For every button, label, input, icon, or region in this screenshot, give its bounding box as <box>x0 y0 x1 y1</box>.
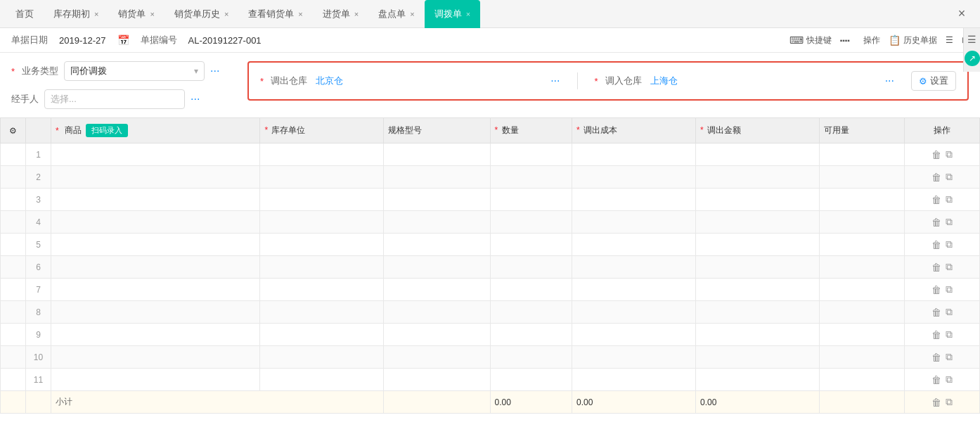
delete-icon[interactable]: 🗑 <box>931 239 941 250</box>
warehouse-in-more-button[interactable]: ··· <box>885 75 894 87</box>
row-qty-cell[interactable] <box>490 166 572 189</box>
copy-icon[interactable]: ⧉ <box>946 306 953 318</box>
agent-more-button[interactable]: ··· <box>191 93 200 106</box>
delete-icon[interactable]: 🗑 <box>931 307 941 318</box>
row-amount-cell[interactable] <box>696 256 820 279</box>
subtotal-delete-icon[interactable]: 🗑 <box>931 397 941 408</box>
copy-icon[interactable]: ⧉ <box>946 193 953 205</box>
row-qty-cell[interactable] <box>490 279 572 301</box>
tab-inventory-check-close[interactable]: × <box>410 10 414 18</box>
row-product-cell[interactable] <box>51 256 260 279</box>
copy-icon[interactable]: ⧉ <box>946 351 953 363</box>
row-unit-cell[interactable] <box>260 166 384 189</box>
row-unit-cell[interactable] <box>260 234 384 256</box>
row-unit-cell[interactable] <box>260 256 384 279</box>
row-unit-cell[interactable] <box>260 279 384 301</box>
row-unit-cell[interactable] <box>260 346 384 369</box>
row-amount-cell[interactable] <box>696 211 820 234</box>
copy-icon[interactable]: ⧉ <box>946 283 953 295</box>
row-unit-cell[interactable] <box>260 144 384 166</box>
row-spec-cell[interactable] <box>384 256 490 279</box>
row-qty-cell[interactable] <box>490 301 572 324</box>
tab-purchase-order[interactable]: 进货单 × <box>313 0 368 28</box>
row-spec-cell[interactable] <box>384 166 490 189</box>
row-unit-cell[interactable] <box>260 189 384 211</box>
delete-icon[interactable]: 🗑 <box>931 194 941 205</box>
row-product-cell[interactable] <box>51 211 260 234</box>
tab-view-sales-close[interactable]: × <box>298 10 302 18</box>
business-type-select[interactable]: 同价调拨 ▾ <box>64 61 205 81</box>
row-amount-cell[interactable] <box>696 166 820 189</box>
tab-sales-history[interactable]: 销货单历史 × <box>165 0 238 28</box>
row-qty-cell[interactable] <box>490 189 572 211</box>
copy-icon[interactable]: ⧉ <box>946 238 953 250</box>
delete-icon[interactable]: 🗑 <box>931 149 941 160</box>
copy-icon[interactable]: ⧉ <box>946 329 953 340</box>
row-cost-cell[interactable] <box>572 211 696 234</box>
row-cost-cell[interactable] <box>572 234 696 256</box>
delete-icon[interactable]: 🗑 <box>931 172 941 183</box>
row-cost-cell[interactable] <box>572 166 696 189</box>
row-cost-cell[interactable] <box>572 144 696 166</box>
row-cost-cell[interactable] <box>572 346 696 369</box>
delete-icon[interactable]: 🗑 <box>931 329 941 340</box>
tab-view-sales[interactable]: 查看销货单 × <box>238 0 312 28</box>
row-spec-cell[interactable] <box>384 189 490 211</box>
tab-purchase-order-close[interactable]: × <box>354 10 359 18</box>
tab-inventory-init[interactable]: 库存期初 × <box>44 0 108 28</box>
row-unit-cell[interactable] <box>260 369 384 391</box>
row-product-cell[interactable] <box>51 166 260 189</box>
row-product-cell[interactable] <box>51 189 260 211</box>
delete-icon[interactable]: 🗑 <box>931 352 941 363</box>
row-cost-cell[interactable] <box>572 256 696 279</box>
row-amount-cell[interactable] <box>696 234 820 256</box>
tab-home[interactable]: 首页 <box>6 0 44 28</box>
row-amount-cell[interactable] <box>696 324 820 346</box>
row-qty-cell[interactable] <box>490 256 572 279</box>
row-qty-cell[interactable] <box>490 346 572 369</box>
row-cost-cell[interactable] <box>572 279 696 301</box>
warehouse-out-more-button[interactable]: ··· <box>550 75 560 87</box>
settings-button[interactable]: ⚙ 设置 <box>911 71 956 91</box>
delete-icon[interactable]: 🗑 <box>931 284 941 295</box>
scan-button[interactable]: 扫码录入 <box>86 124 128 137</box>
row-spec-cell[interactable] <box>384 369 490 391</box>
tab-inventory-check[interactable]: 盘点单 × <box>368 0 424 28</box>
subtotal-copy-icon[interactable]: ⧉ <box>946 396 953 408</box>
row-spec-cell[interactable] <box>384 301 490 324</box>
layout-button[interactable]: ☰ <box>946 35 953 45</box>
window-close-button[interactable]: × <box>949 1 974 27</box>
row-product-cell[interactable] <box>51 346 260 369</box>
row-qty-cell[interactable] <box>490 234 572 256</box>
calendar-icon[interactable]: 📅 <box>117 34 129 46</box>
row-spec-cell[interactable] <box>384 279 490 301</box>
row-product-cell[interactable] <box>51 144 260 166</box>
row-amount-cell[interactable] <box>696 369 820 391</box>
copy-icon[interactable]: ⧉ <box>946 374 953 386</box>
row-product-cell[interactable] <box>51 324 260 346</box>
delete-icon[interactable]: 🗑 <box>931 217 941 228</box>
copy-icon[interactable]: ⧉ <box>946 216 953 228</box>
sidebar-link-icon[interactable]: ↗ <box>965 51 980 66</box>
row-amount-cell[interactable] <box>696 346 820 369</box>
copy-icon[interactable]: ⧉ <box>946 261 953 273</box>
tab-transfer-order[interactable]: 调拨单 × <box>425 0 480 28</box>
row-qty-cell[interactable] <box>490 324 572 346</box>
row-unit-cell[interactable] <box>260 211 384 234</box>
row-unit-cell[interactable] <box>260 301 384 324</box>
copy-icon[interactable]: ⧉ <box>946 171 953 183</box>
row-amount-cell[interactable] <box>696 144 820 166</box>
row-cost-cell[interactable] <box>572 369 696 391</box>
history-button[interactable]: 📋 历史单据 <box>889 34 937 46</box>
agent-select[interactable]: 选择... <box>44 89 185 109</box>
row-amount-cell[interactable] <box>696 279 820 301</box>
row-cost-cell[interactable] <box>572 324 696 346</box>
row-unit-cell[interactable] <box>260 324 384 346</box>
row-qty-cell[interactable] <box>490 144 572 166</box>
row-spec-cell[interactable] <box>384 144 490 166</box>
row-product-cell[interactable] <box>51 369 260 391</box>
shortcut-button[interactable]: ⌨ 快捷键 <box>789 34 832 46</box>
tab-transfer-order-close[interactable]: × <box>466 10 470 18</box>
delete-icon[interactable]: 🗑 <box>931 262 941 273</box>
tab-inventory-init-close[interactable]: × <box>94 10 98 18</box>
